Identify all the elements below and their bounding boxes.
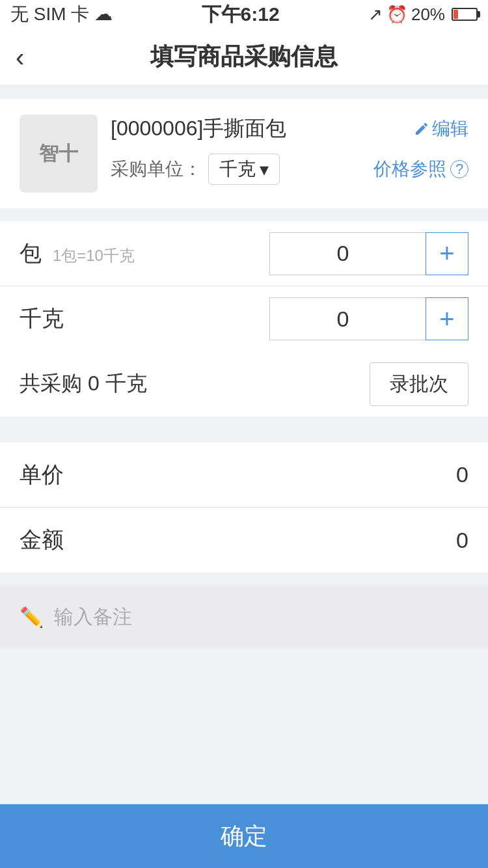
unit-price-label: 单价 [20, 460, 64, 490]
unit-selector[interactable]: 千克 ▾ [208, 154, 280, 185]
bag-row: 包 1包=10千克 + [0, 221, 488, 286]
bag-input-control: + [269, 232, 468, 275]
section-divider-1 [0, 208, 488, 221]
bag-label-group: 包 1包=10千克 [20, 239, 135, 269]
amount-value: 0 [456, 528, 468, 553]
info-section: 单价 0 金额 0 [0, 442, 488, 573]
remark-section[interactable]: ✏️ 输入备注 [0, 586, 488, 649]
total-label: 共采购 [20, 372, 82, 395]
remark-placeholder[interactable]: 输入备注 [54, 604, 132, 631]
price-ref-label[interactable]: 价格参照 [373, 157, 446, 182]
unit-value: 千克 [219, 157, 256, 182]
edit-label[interactable]: 编辑 [432, 116, 468, 141]
status-right: ↗ ⏰ 20% [368, 5, 478, 25]
confirm-label[interactable]: 确定 [221, 821, 267, 852]
pencil-icon: ✏️ [20, 606, 44, 629]
product-card: 智十 [0000006]手撕面包 编辑 采购单位： 千克 ▾ [0, 99, 488, 208]
total-value: 0 [88, 372, 100, 395]
amount-label: 金额 [20, 525, 64, 555]
confirm-bar[interactable]: 确定 [0, 804, 488, 868]
dropdown-icon: ▾ [260, 159, 269, 180]
input-section: 包 1包=10千克 + 千克 + [0, 221, 488, 351]
location-icon: ↗ [368, 5, 383, 25]
status-time: 下午6:12 [202, 1, 280, 28]
product-image: 智十 [20, 115, 98, 193]
bag-qty-input[interactable] [269, 232, 426, 275]
purchase-unit-label: 采购单位： [111, 157, 202, 182]
purchase-unit: 采购单位： 千克 ▾ [111, 154, 280, 185]
section-divider-2 [0, 416, 488, 429]
total-text: 共采购 0 千克 [20, 370, 147, 398]
bag-label: 包 [20, 241, 42, 265]
kg-label-group: 千克 [20, 304, 64, 334]
total-row: 共采购 0 千克 录批次 [0, 351, 488, 416]
unit-price-value: 0 [456, 462, 468, 487]
price-ref-icon: ? [450, 160, 468, 178]
kg-label: 千克 [20, 306, 64, 331]
sim-label: 无 SIM 卡 ☁ [10, 2, 113, 27]
product-logo: 智十 [39, 142, 78, 165]
kg-qty-input[interactable] [269, 297, 426, 340]
status-left: 无 SIM 卡 ☁ [10, 2, 113, 27]
bag-plus-button[interactable]: + [426, 232, 468, 275]
battery-pct: 20% [411, 5, 445, 25]
bag-sublabel: 1包=10千克 [53, 247, 135, 264]
total-unit: 千克 [105, 372, 147, 395]
kg-row: 千克 + [0, 286, 488, 351]
nav-bar: ‹ 填写商品采购信息 [0, 29, 488, 86]
battery-icon [452, 8, 478, 21]
batch-button[interactable]: 录批次 [370, 362, 468, 406]
price-ref[interactable]: 价格参照 ? [373, 157, 468, 182]
kg-plus-button[interactable]: + [426, 297, 468, 340]
unit-price-row: 单价 0 [0, 442, 488, 508]
back-button[interactable]: ‹ [16, 44, 24, 70]
product-info: [0000006]手撕面包 编辑 采购单位： 千克 ▾ 价格 [111, 115, 468, 185]
kg-input-control: + [269, 297, 468, 340]
status-bar: 无 SIM 卡 ☁ 下午6:12 ↗ ⏰ 20% [0, 0, 488, 29]
alarm-icon: ⏰ [386, 5, 407, 25]
amount-row: 金额 0 [0, 508, 488, 573]
product-name: [0000006]手撕面包 [111, 115, 286, 143]
edit-link[interactable]: 编辑 [414, 116, 468, 141]
page-title: 填写商品采购信息 [150, 41, 338, 73]
